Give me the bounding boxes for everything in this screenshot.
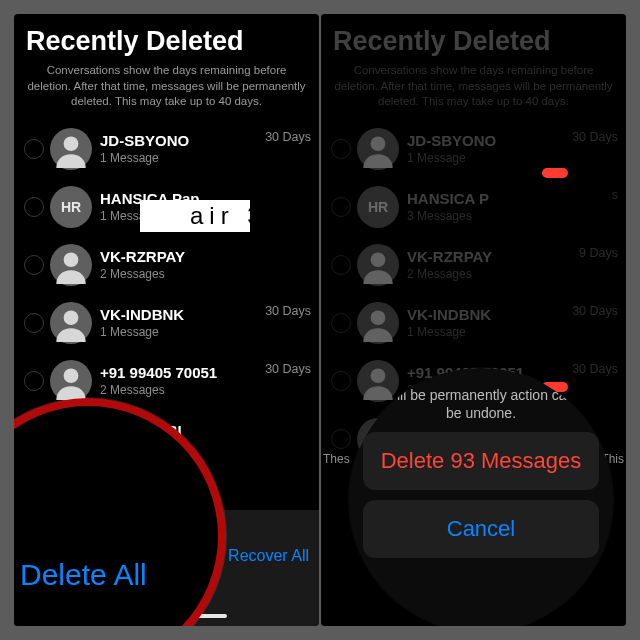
avatar: [357, 302, 399, 344]
svg-point-2: [64, 310, 79, 325]
message-count: 2 Messages: [407, 267, 575, 281]
select-ring[interactable]: [331, 255, 351, 275]
svg-point-1: [64, 252, 79, 267]
contact-name: JD-SBYONO: [100, 132, 261, 149]
select-ring[interactable]: [24, 139, 44, 159]
message-count: 2 Messages: [100, 383, 261, 397]
days-remaining: 30 Days: [572, 128, 618, 144]
message-count: 3 Messages: [407, 209, 608, 223]
days-remaining: 30 Days: [265, 128, 311, 144]
svg-point-6: [371, 136, 386, 151]
svg-point-0: [64, 136, 79, 151]
select-ring[interactable]: [331, 197, 351, 217]
message-count: 2 Messages: [100, 267, 307, 281]
cancel-button[interactable]: Cancel: [363, 500, 599, 558]
list-item[interactable]: VK-RZRPAY2 Messages9 Days: [321, 236, 626, 294]
avatar: [357, 244, 399, 286]
message-count: 1 Message: [407, 151, 568, 165]
select-ring[interactable]: [24, 197, 44, 217]
days-remaining: 30 Days: [572, 302, 618, 318]
select-ring[interactable]: [331, 313, 351, 333]
list-item[interactable]: VK-INDBNK1 Message30 Days: [14, 294, 319, 352]
select-ring[interactable]: [24, 255, 44, 275]
message-count: 1 Message: [100, 325, 261, 339]
svg-point-3: [64, 368, 79, 383]
select-ring[interactable]: [331, 371, 351, 391]
page-title: Recently Deleted: [321, 14, 626, 63]
page-title: Recently Deleted: [14, 14, 319, 63]
avatar: [357, 360, 399, 402]
page-subtitle: Conversations show the days remaining be…: [321, 63, 626, 120]
avatar: HR: [357, 186, 399, 228]
svg-point-9: [371, 368, 386, 383]
left-screenshot: Recently Deleted Conversations show the …: [14, 14, 319, 626]
avatar: [357, 128, 399, 170]
days-remaining: 9 Days: [579, 244, 618, 260]
svg-point-7: [371, 252, 386, 267]
svg-point-8: [371, 310, 386, 325]
contact-name: JD-SBYONO: [407, 132, 568, 149]
message-count: 1 Message: [100, 151, 261, 165]
avatar: [50, 128, 92, 170]
redaction-mark: [542, 168, 568, 178]
message-count: 1 Message: [407, 325, 568, 339]
contact-name: +91 99405 70051: [100, 364, 261, 381]
delete-messages-button[interactable]: Delete 93 Messages: [363, 432, 599, 490]
contact-name: VK-RZRPAY: [407, 248, 575, 265]
avatar: [50, 244, 92, 286]
list-item[interactable]: JD-SBYONO1 Message30 Days: [14, 120, 319, 178]
contact-name: VK-INDBNK: [100, 306, 261, 323]
avatar: HR: [50, 186, 92, 228]
select-ring[interactable]: [24, 371, 44, 391]
days-remaining: 30 Days: [572, 360, 618, 376]
page-subtitle: Conversations show the days remaining be…: [14, 63, 319, 120]
days-remaining: 30 Days: [265, 302, 311, 318]
list-item[interactable]: JD-SBYONO1 Message30 Days: [321, 120, 626, 178]
sheet-info-left-frag: Thes: [323, 452, 350, 466]
recover-all-button[interactable]: Recover All: [228, 547, 309, 565]
contact-name: HANSICA P: [407, 190, 608, 207]
contact-name: VK-INDBNK: [407, 306, 568, 323]
list-item[interactable]: VK-RZRPAY2 Messages: [14, 236, 319, 294]
contact-name: VK-RZRPAY: [100, 248, 307, 265]
action-sheet-magnifier: es will be permanently action cannot be …: [349, 368, 613, 626]
right-screenshot: Recently Deleted Conversations show the …: [321, 14, 626, 626]
list-item[interactable]: HRHANSICA P3 Messagess: [321, 178, 626, 236]
avatar: [50, 360, 92, 402]
artifact-text: air 30: [190, 202, 286, 230]
select-ring[interactable]: [331, 139, 351, 159]
list-item[interactable]: VK-INDBNK1 Message30 Days: [321, 294, 626, 352]
delete-all-magnified[interactable]: Delete All: [20, 558, 147, 592]
select-ring[interactable]: [24, 313, 44, 333]
select-ring[interactable]: [331, 429, 351, 449]
avatar: [50, 302, 92, 344]
list-item[interactable]: +91 99405 700512 Messages30 Days: [14, 352, 319, 410]
days-remaining: 30 Days: [265, 360, 311, 376]
days-remaining: s: [612, 186, 618, 202]
